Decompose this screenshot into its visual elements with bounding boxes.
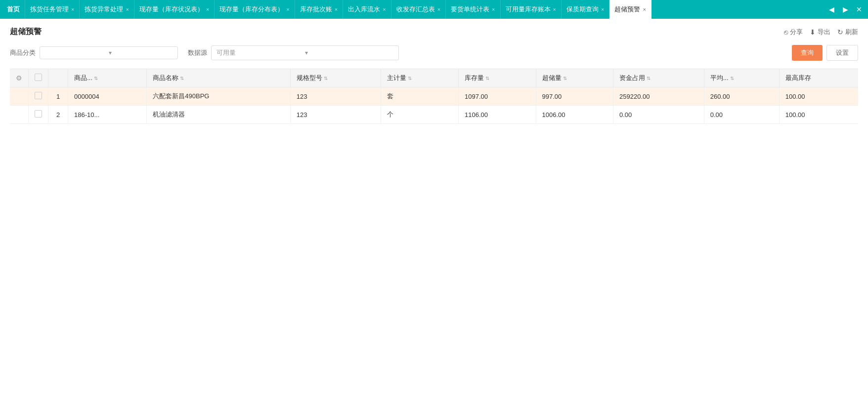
table-row: 1 0000004 六配套新昌490BPG 123 套 1097.00 997.… xyxy=(10,87,858,106)
datasource-select[interactable]: 可用量 ▾ xyxy=(211,45,399,60)
row-checkbox-cell xyxy=(29,87,48,106)
query-button[interactable]: 查询 xyxy=(792,45,823,61)
close-icon[interactable]: × xyxy=(492,6,495,12)
nav-tab-available-ledger-label: 可用量库存账本 xyxy=(506,5,551,14)
row-unit: 套 xyxy=(381,87,459,106)
datasource-label: 数据源 xyxy=(188,48,207,57)
nav-close-all[interactable]: ✕ xyxy=(852,0,866,19)
export-label: 导出 xyxy=(818,28,830,37)
nav-tab-collect-summary-label: 收发存汇总表 xyxy=(396,5,435,14)
share-label: 分享 xyxy=(790,28,803,37)
chevron-down-icon: ▾ xyxy=(109,49,173,56)
table-header-row: ⚙ 商品...⇅ 商品名称⇅ 规格型号⇅ 主计量⇅ xyxy=(10,69,858,87)
close-icon[interactable]: × xyxy=(71,6,74,12)
row-overstock: 1006.00 xyxy=(536,106,613,124)
th-stock-label: 库存量⇅ xyxy=(465,74,489,81)
nav-tab-order-stats[interactable]: 要货单统计表 × xyxy=(446,0,500,19)
nav-arrows: ◀ ▶ ✕ xyxy=(825,0,866,19)
page-title: 超储预警 xyxy=(10,27,42,37)
nav-tab-collect-summary[interactable]: 收发存汇总表 × xyxy=(391,0,446,19)
close-icon[interactable]: × xyxy=(643,6,646,12)
nav-tab-overstock-alert[interactable]: 超储预警 × xyxy=(609,0,651,19)
settings-button[interactable]: 设置 xyxy=(826,45,858,61)
th-checkbox xyxy=(29,69,48,87)
th-product-code[interactable]: 商品...⇅ xyxy=(68,69,147,87)
export-icon: ⬇ xyxy=(810,28,816,36)
close-icon[interactable]: × xyxy=(126,6,129,12)
row-settings-cell xyxy=(10,87,29,106)
datasource-select-value: 可用量 xyxy=(217,48,305,57)
category-label: 商品分类 xyxy=(10,48,36,57)
row-product-code: 186-10... xyxy=(68,106,147,124)
settings-icon[interactable]: ⚙ xyxy=(16,74,22,82)
nav-tab-order-stats-label: 要货单统计表 xyxy=(451,5,489,14)
page-content: 超储预警 ⎋ 分享 ⬇ 导出 ↻ 刷新 商品分类 ▾ 数据源 xyxy=(0,19,868,132)
row-index: 1 xyxy=(48,87,68,106)
nav-tab-task-mgmt[interactable]: 拣货任务管理 × xyxy=(25,0,80,19)
filter-row: 商品分类 ▾ 数据源 可用量 ▾ 查询 设置 xyxy=(10,45,858,61)
row-stock: 1097.00 xyxy=(458,87,536,106)
row-avg: 0.00 xyxy=(704,106,779,124)
nav-tab-batch-label: 库存批次账 xyxy=(300,5,332,14)
refresh-label: 刷新 xyxy=(845,28,858,37)
export-button[interactable]: ⬇ 导出 xyxy=(810,28,830,37)
share-button[interactable]: ⎋ 分享 xyxy=(784,28,803,37)
row-checkbox-cell xyxy=(29,106,48,124)
filter-actions: 查询 设置 xyxy=(792,45,858,61)
nav-tab-batch[interactable]: 库存批次账 × xyxy=(295,0,343,19)
close-icon[interactable]: × xyxy=(553,6,556,12)
nav-tab-inventory-status[interactable]: 现存量（库存状况表） × xyxy=(134,0,215,19)
th-spec[interactable]: 规格型号⇅ xyxy=(290,69,381,87)
row-stock: 1106.00 xyxy=(458,106,536,124)
nav-tab-inout-flow[interactable]: 出入库流水 × xyxy=(343,0,391,19)
th-settings: ⚙ xyxy=(10,69,29,87)
row-overstock: 997.00 xyxy=(536,87,613,106)
table-row: 2 186-10... 机油滤清器 123 个 1106.00 1006.00 … xyxy=(10,106,858,124)
nav-tab-inventory-dist[interactable]: 现存量（库存分布表） × xyxy=(215,0,295,19)
close-icon[interactable]: × xyxy=(286,6,289,12)
close-icon[interactable]: × xyxy=(206,6,209,12)
row-product-code: 0000004 xyxy=(68,87,147,106)
th-overstock[interactable]: 超储量⇅ xyxy=(536,69,613,87)
close-icon[interactable]: × xyxy=(335,6,338,12)
row-checkbox[interactable] xyxy=(35,92,42,99)
nav-tab-quality-check-label: 保质期查询 xyxy=(566,5,599,14)
refresh-button[interactable]: ↻ 刷新 xyxy=(837,28,858,37)
close-icon[interactable]: × xyxy=(383,6,386,12)
th-product-name-label: 商品名称⇅ xyxy=(153,74,184,81)
select-all-checkbox[interactable] xyxy=(35,74,42,81)
th-product-code-label: 商品...⇅ xyxy=(74,74,98,81)
table-body: 1 0000004 六配套新昌490BPG 123 套 1097.00 997.… xyxy=(10,87,858,124)
row-spec: 123 xyxy=(290,106,381,124)
th-unit-label: 主计量⇅ xyxy=(387,74,412,81)
th-unit[interactable]: 主计量⇅ xyxy=(381,69,459,87)
chevron-down-icon: ▾ xyxy=(305,49,393,56)
nav-tab-inventory-dist-label: 现存量（库存分布表） xyxy=(219,5,284,14)
nav-tab-task-mgmt-label: 拣货任务管理 xyxy=(30,5,69,14)
nav-tab-inventory-status-label: 现存量（库存状况表） xyxy=(139,5,204,14)
row-checkbox[interactable] xyxy=(35,110,42,118)
share-icon: ⎋ xyxy=(784,28,788,36)
th-stock[interactable]: 库存量⇅ xyxy=(458,69,536,87)
nav-tab-quality-check[interactable]: 保质期查询 × xyxy=(562,0,609,19)
close-icon[interactable]: × xyxy=(601,6,604,12)
row-max-stock: 100.00 xyxy=(779,87,858,106)
nav-tab-inout-flow-label: 出入库流水 xyxy=(348,5,380,14)
nav-tab-home[interactable]: 首页 xyxy=(2,0,25,19)
th-product-name[interactable]: 商品名称⇅ xyxy=(147,69,290,87)
th-capital[interactable]: 资金占用⇅ xyxy=(613,69,704,87)
nav-tab-exception[interactable]: 拣货异常处理 × xyxy=(80,0,134,19)
nav-arrow-left[interactable]: ◀ xyxy=(825,0,838,19)
close-icon[interactable]: × xyxy=(437,6,440,12)
page-header: 超储预警 ⎋ 分享 ⬇ 导出 ↻ 刷新 xyxy=(10,27,858,37)
th-index xyxy=(48,69,68,87)
row-capital: 0.00 xyxy=(613,106,704,124)
nav-tab-home-label: 首页 xyxy=(7,5,20,14)
th-max-stock[interactable]: 最高库存 xyxy=(779,69,858,87)
category-filter: 商品分类 ▾ xyxy=(10,46,178,59)
category-select[interactable]: ▾ xyxy=(40,46,178,59)
refresh-icon: ↻ xyxy=(837,28,843,36)
nav-tab-available-ledger[interactable]: 可用量库存账本 × xyxy=(501,0,562,19)
th-avg[interactable]: 平均...⇅ xyxy=(704,69,779,87)
nav-arrow-right[interactable]: ▶ xyxy=(838,0,852,19)
